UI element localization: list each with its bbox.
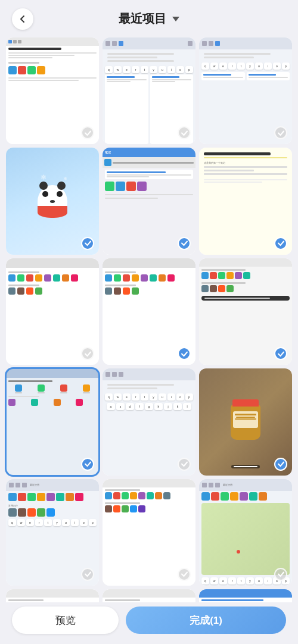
thumb-6[interactable]: 这是我的第一个笔记 bbox=[199, 148, 292, 254]
thumb-15[interactable]: 最近使用 qwe rty uiop bbox=[199, 479, 292, 586]
check-14 bbox=[178, 568, 191, 581]
thumb-2[interactable]: qwe rty uiop bbox=[103, 37, 195, 144]
thumb-8[interactable] bbox=[103, 258, 195, 365]
check-7 bbox=[81, 347, 94, 360]
back-button[interactable] bbox=[12, 8, 33, 30]
chevron-down-icon bbox=[172, 17, 179, 21]
check-9 bbox=[274, 347, 287, 360]
preview-button[interactable]: 预览 bbox=[12, 607, 119, 634]
thumb-4[interactable]: ❄ ❄ bbox=[6, 148, 99, 254]
check-10 bbox=[81, 458, 94, 471]
check-15 bbox=[274, 568, 287, 581]
thumb-7[interactable] bbox=[6, 258, 99, 365]
check-8 bbox=[178, 347, 191, 360]
check-13 bbox=[81, 568, 94, 581]
bottom-bar: 预览 完成(1) bbox=[0, 602, 298, 644]
header: 最近项目 bbox=[0, 0, 298, 35]
thumb-1[interactable] bbox=[6, 37, 99, 144]
done-button[interactable]: 完成(1) bbox=[126, 607, 286, 634]
thumb-5[interactable]: 笔记 bbox=[103, 148, 195, 254]
check-5 bbox=[178, 237, 191, 250]
thumb-13[interactable]: 最近使用 常用出行 bbox=[6, 479, 99, 586]
thumbnail-grid: qwe rty uiop bbox=[0, 35, 298, 644]
thumb-3[interactable]: qwe rty uiop bbox=[199, 37, 292, 144]
thumb-9[interactable] bbox=[199, 258, 292, 365]
page-title[interactable]: 最近项目 bbox=[119, 11, 179, 27]
thumb-10[interactable] bbox=[6, 368, 99, 475]
check-11 bbox=[178, 458, 191, 471]
thumb-14[interactable] bbox=[103, 479, 195, 586]
check-12 bbox=[274, 458, 287, 471]
thumb-12[interactable] bbox=[199, 368, 292, 475]
check-4 bbox=[81, 237, 94, 250]
check-6 bbox=[274, 237, 287, 250]
thumb-11[interactable]: qwe rty uiop asd fgh jkl bbox=[103, 368, 195, 475]
